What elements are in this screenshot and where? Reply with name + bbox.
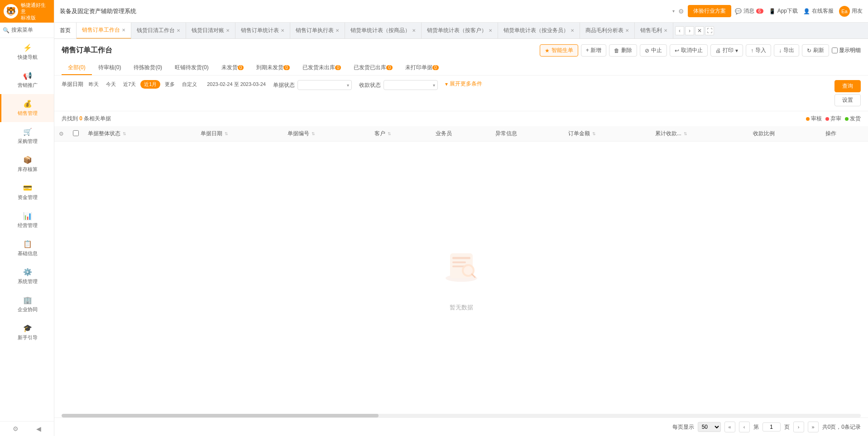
- filter-tab-expired[interactable]: 到期未发货0: [250, 61, 296, 75]
- horizontal-scrollbar[interactable]: [62, 414, 861, 417]
- tab-cash-reconcile[interactable]: 钱货日清对账 ✕: [186, 23, 235, 39]
- close-icon[interactable]: ✕: [412, 28, 416, 33]
- first-page-button[interactable]: «: [724, 422, 735, 432]
- sidebar-search[interactable]: 🔍 搜索菜单: [0, 23, 54, 38]
- close-icon[interactable]: ✕: [226, 28, 230, 33]
- date-btn-today[interactable]: 今天: [103, 80, 119, 89]
- close-icon[interactable]: ✕: [336, 28, 339, 33]
- cancel-stop-button[interactable]: ↩ 取消中止: [670, 44, 708, 57]
- last-page-button[interactable]: »: [808, 422, 819, 432]
- ship-action-button[interactable]: 发货: [845, 115, 861, 123]
- trial-button[interactable]: 体验行业方案: [688, 5, 731, 17]
- sidebar-item-enterprise[interactable]: 🏢 企业协同: [0, 290, 54, 318]
- page-input[interactable]: [762, 422, 781, 431]
- show-detail-checkbox[interactable]: [832, 47, 838, 53]
- sort-customer-icon[interactable]: ⇅: [388, 132, 391, 136]
- tab-sales-workbench[interactable]: 销售订单工作台 ✕: [77, 23, 131, 39]
- filter-tab-all[interactable]: 全部(0): [62, 61, 92, 75]
- filter-tab-not-printed[interactable]: 未打印单据0: [399, 61, 445, 75]
- filter-tab-wangpu[interactable]: 旺铺待发货(0): [168, 61, 215, 75]
- sidebar-item-purchase[interactable]: 🛒 采购管理: [0, 122, 54, 150]
- sort-date-icon[interactable]: ⇅: [225, 132, 228, 136]
- user-profile[interactable]: Ea 用友: [839, 6, 863, 17]
- col-settings[interactable]: ⚙: [54, 126, 68, 142]
- review-action-button[interactable]: 审核: [806, 115, 822, 123]
- tab-maximize-button[interactable]: ⛶: [705, 26, 714, 35]
- status-select[interactable]: [297, 80, 352, 90]
- filter-tab-pending-review[interactable]: 待审核(0): [92, 61, 128, 75]
- date-btn-custom[interactable]: 自定义: [179, 80, 200, 89]
- scrollbar-thumb[interactable]: [62, 414, 379, 417]
- tab-next-button[interactable]: ›: [685, 26, 694, 35]
- close-icon[interactable]: ✕: [571, 28, 574, 33]
- sidebar-item-inventory[interactable]: 📦 库存核算: [0, 150, 54, 178]
- sidebar-item-marketing[interactable]: 📢 营销推广: [0, 66, 54, 94]
- refresh-button[interactable]: ↻ 刷新: [802, 44, 829, 57]
- filter-tab-shipped-not-in[interactable]: 已发货未出库0: [296, 61, 348, 75]
- smart-order-button[interactable]: ★ 智能生单: [540, 44, 578, 57]
- sidebar: 🐯 畅捷通好生意 标准版 🔍 搜索菜单 ⚡ 快捷导航 📢 营销推广 💰 销售管理…: [0, 0, 54, 436]
- sort-amount-icon[interactable]: ⇅: [592, 132, 596, 136]
- tab-close-all-button[interactable]: ✕: [695, 26, 704, 35]
- show-detail-checkbox-wrapper[interactable]: 显示明细: [832, 47, 861, 54]
- gear-icon[interactable]: ⚙: [678, 8, 684, 15]
- online-service-button[interactable]: 👤 在线客服: [803, 7, 834, 15]
- new-button[interactable]: + 新增: [581, 44, 606, 57]
- import-button[interactable]: ↑ 导入: [746, 44, 771, 57]
- tab-sales-gross[interactable]: 销售毛利 ✕: [635, 23, 673, 39]
- close-icon[interactable]: ✕: [122, 28, 125, 33]
- tab-home[interactable]: 首页: [54, 23, 77, 39]
- sidebar-item-quick-nav[interactable]: ⚡ 快捷导航: [0, 38, 54, 66]
- filter-tab-pending-check[interactable]: 待拣验货(0): [127, 61, 168, 75]
- tab-sales-stats[interactable]: 销售订单统计表 ✕: [235, 23, 290, 39]
- sidebar-item-guide[interactable]: 🎓 新手引导: [0, 318, 54, 346]
- export-button[interactable]: ↓ 导出: [774, 44, 799, 57]
- date-btn-1month[interactable]: 近1月: [140, 80, 160, 89]
- tab-cash-daily[interactable]: 钱货日清工作台 ✕: [131, 23, 186, 39]
- close-icon[interactable]: ✕: [664, 28, 667, 33]
- sort-status-icon[interactable]: ⇅: [123, 132, 126, 136]
- sidebar-item-operations[interactable]: 📊 经营管理: [0, 206, 54, 234]
- filter-tab-shipped-out[interactable]: 已发货已出库0: [347, 61, 399, 75]
- message-button[interactable]: 💬 消息 6: [735, 7, 763, 15]
- date-btn-7days[interactable]: 近7天: [120, 80, 139, 89]
- date-btn-more[interactable]: 更多: [162, 80, 177, 89]
- query-button[interactable]: 查询: [834, 80, 861, 92]
- tab-profit-analysis[interactable]: 商品毛利分析表 ✕: [580, 23, 635, 39]
- next-page-button[interactable]: ›: [793, 422, 804, 432]
- select-all-checkbox[interactable]: [73, 130, 79, 136]
- sidebar-item-system[interactable]: ⚙️ 系统管理: [0, 262, 54, 290]
- payment-select[interactable]: [384, 80, 438, 90]
- close-icon[interactable]: ✕: [281, 28, 284, 33]
- prev-page-button[interactable]: ‹: [739, 422, 750, 432]
- print-button[interactable]: 🖨 打印 ▾: [710, 44, 743, 57]
- unreview-action-button[interactable]: 弃审: [825, 115, 841, 123]
- date-btn-yesterday[interactable]: 昨天: [86, 80, 101, 89]
- page-size-select[interactable]: 50 10 20 100: [698, 422, 721, 432]
- close-icon[interactable]: ✕: [177, 28, 180, 33]
- settings-button[interactable]: 设置: [834, 94, 861, 106]
- tab-sales-summary-staff[interactable]: 销货单统计表（按业务员） ✕: [498, 23, 580, 39]
- cancel-stop-icon: ↩: [675, 47, 679, 54]
- collapse-icon[interactable]: ◀: [36, 425, 41, 432]
- sidebar-item-sales[interactable]: 💰 销售管理: [0, 94, 54, 122]
- filter-tab-not-shipped[interactable]: 未发货0: [215, 61, 250, 75]
- expand-button[interactable]: ▾ 展开更多条件: [445, 80, 482, 88]
- sidebar-item-basic[interactable]: 📋 基础信息: [0, 234, 54, 262]
- close-icon[interactable]: ✕: [625, 28, 629, 33]
- sort-collected-icon[interactable]: ⇅: [684, 132, 687, 136]
- system-name: 装备及固定资产辅助管理系统: [60, 7, 669, 15]
- dropdown-arrow-icon[interactable]: ▾: [672, 9, 675, 14]
- tab-sales-summary-customer[interactable]: 销货单统计表（按客户） ✕: [422, 23, 498, 39]
- tab-prev-button[interactable]: ‹: [675, 26, 684, 35]
- tab-sales-exec[interactable]: 销售订单执行表 ✕: [290, 23, 345, 39]
- app-download-button[interactable]: 📱 App下载: [769, 7, 798, 15]
- tab-sales-summary-product[interactable]: 销货单统计表（按商品） ✕: [345, 23, 422, 39]
- delete-button[interactable]: 🗑 删除: [609, 44, 637, 57]
- stop-button[interactable]: ⊘ 中止: [640, 44, 667, 57]
- sidebar-item-capital[interactable]: 💳 资金管理: [0, 178, 54, 206]
- col-checkbox: [68, 126, 83, 142]
- settings-icon[interactable]: ⚙: [13, 425, 19, 432]
- close-icon[interactable]: ✕: [489, 28, 492, 33]
- sort-number-icon[interactable]: ⇅: [312, 132, 315, 136]
